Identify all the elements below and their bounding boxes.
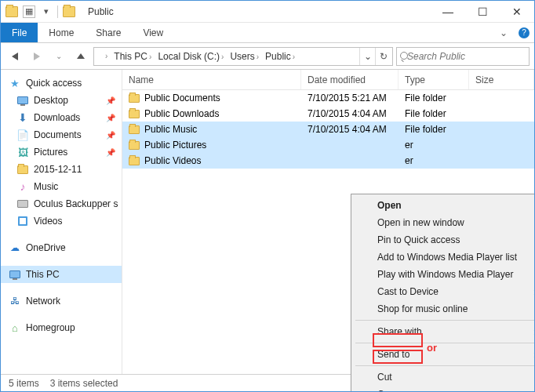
network-icon: 🖧 [9, 295, 21, 307]
file-row[interactable]: Public Music7/10/2015 4:04 AMFile folder [122, 122, 534, 137]
back-button[interactable] [5, 47, 24, 66]
menu-separator [355, 343, 535, 343]
menu-copy[interactable]: Copy [354, 386, 535, 392]
menu-play-wmp[interactable]: Play with Windows Media Player [354, 266, 535, 283]
menu-cast-to-device[interactable]: Cast to Device [354, 283, 535, 300]
menu-cut[interactable]: Cut [354, 368, 535, 386]
menu-send-to[interactable]: Send to [354, 346, 535, 363]
sidebar-label: Desktop [34, 95, 68, 106]
file-date: 7/10/2015 4:04 AM [301, 108, 399, 119]
title-bar: ▦ ▾ Public — ☐ ✕ [1, 1, 534, 23]
tab-share[interactable]: Share [85, 23, 132, 42]
breadcrumb[interactable]: › [102, 52, 111, 60]
file-name: Public Music [144, 124, 197, 135]
address-bar[interactable]: › This PC› Local Disk (C:)› Users› Publi… [93, 47, 393, 66]
sidebar-item-onedrive[interactable]: ☁OneDrive [1, 239, 122, 256]
file-name: Public Downloads [144, 108, 219, 119]
menu-separator [355, 320, 535, 321]
sidebar-label: 2015-12-11 [34, 164, 82, 175]
menu-shop-music[interactable]: Shop for music online [354, 300, 535, 318]
breadcrumb[interactable]: This PC› [111, 51, 155, 62]
help-button[interactable]: ? [514, 23, 534, 42]
qat-properties-icon[interactable]: ▦ [23, 5, 35, 18]
file-name: Public Videos [144, 155, 202, 166]
sidebar-label: Downloads [34, 112, 80, 123]
address-dropdown-icon[interactable]: ⌄ [359, 48, 375, 65]
column-type[interactable]: Type [399, 70, 469, 89]
homegroup-icon: ⌂ [9, 321, 21, 334]
context-menu: Open Open in new window Pin to Quick acc… [351, 194, 535, 392]
column-date[interactable]: Date modified [301, 70, 399, 89]
menu-share-with[interactable]: Share with [354, 323, 535, 340]
sidebar-item-drive[interactable]: Oculus Backupper s [1, 195, 122, 212]
up-button[interactable] [71, 47, 90, 66]
search-icon [400, 52, 404, 61]
file-tab[interactable]: File [1, 23, 38, 42]
navigation-pane: ★Quick access Desktop📌 ⬇Downloads📌 📄Docu… [1, 70, 122, 374]
menu-separator [355, 365, 535, 366]
file-type: er [399, 140, 469, 151]
column-headers: Name Date modified Type Size [122, 70, 534, 90]
folder-icon [63, 6, 75, 17]
file-row[interactable]: Public Documents7/10/2015 5:21 AMFile fo… [122, 90, 534, 106]
qat-newfolder-icon[interactable]: ▾ [40, 5, 53, 18]
sidebar-item-thispc[interactable]: This PC [1, 266, 122, 283]
refresh-button[interactable]: ↻ [375, 48, 391, 65]
minimize-button[interactable]: — [431, 1, 465, 23]
star-icon: ★ [9, 77, 21, 89]
sidebar-item-videos[interactable]: Videos [1, 212, 122, 230]
column-name[interactable]: Name [122, 70, 301, 89]
sidebar-item-desktop[interactable]: Desktop📌 [1, 92, 122, 109]
arrow-right-icon [34, 53, 40, 60]
sidebar-item-folder[interactable]: 2015-12-11 [1, 161, 122, 178]
sidebar-item-pictures[interactable]: 🖼Pictures📌 [1, 143, 122, 161]
menu-label: Open [377, 200, 402, 211]
sidebar-label: Pictures [34, 147, 67, 158]
file-row[interactable]: Public Videoser [122, 153, 534, 169]
file-type: File folder [399, 93, 469, 103]
sidebar-item-music[interactable]: ♪Music [1, 178, 122, 195]
thispc-icon [9, 268, 21, 281]
tab-view[interactable]: View [132, 23, 174, 42]
folder-icon [5, 6, 18, 17]
sidebar-item-network[interactable]: 🖧Network [1, 292, 122, 310]
forward-button[interactable] [27, 47, 46, 66]
breadcrumb[interactable]: Local Disk (C:)› [155, 51, 227, 62]
sidebar-item-quick-access[interactable]: ★Quick access [1, 74, 122, 92]
file-row[interactable]: Public Pictureser [122, 137, 534, 153]
sidebar-label: Videos [34, 216, 62, 227]
help-icon: ? [519, 27, 530, 38]
menu-open-new-window[interactable]: Open in new window [354, 214, 535, 231]
menu-add-wmp-list[interactable]: Add to Windows Media Player list [354, 249, 535, 266]
downloads-icon: ⬇ [16, 111, 29, 124]
sidebar-item-homegroup[interactable]: ⌂Homegroup [1, 319, 122, 336]
column-size[interactable]: Size [469, 70, 534, 89]
search-box[interactable] [396, 47, 530, 66]
status-selected-count: 3 items selected [50, 378, 118, 389]
file-type: er [399, 155, 469, 166]
breadcrumb[interactable]: Public› [262, 51, 298, 62]
folder-icon [129, 94, 140, 103]
sidebar-label: Documents [34, 129, 82, 140]
menu-pin-quick-access[interactable]: Pin to Quick access [354, 231, 535, 249]
breadcrumb-label: Public [265, 51, 291, 62]
sidebar-label: OneDrive [26, 242, 66, 253]
ribbon-expand-icon[interactable]: ⌄ [493, 23, 514, 42]
search-input[interactable] [407, 51, 526, 62]
sidebar-label: Music [34, 181, 58, 192]
file-row[interactable]: Public Downloads7/10/2015 4:04 AMFile fo… [122, 106, 534, 122]
menu-open[interactable]: Open [354, 197, 535, 214]
sidebar-item-downloads[interactable]: ⬇Downloads📌 [1, 109, 122, 126]
close-button[interactable]: ✕ [500, 1, 534, 23]
file-name: Public Pictures [144, 140, 206, 151]
pin-icon: 📌 [106, 96, 115, 105]
sidebar-item-documents[interactable]: 📄Documents📌 [1, 126, 122, 143]
tab-home[interactable]: Home [38, 23, 85, 42]
breadcrumb-label: Users [230, 51, 254, 62]
folder-icon [129, 141, 140, 150]
breadcrumb[interactable]: Users› [227, 51, 262, 62]
maximize-button[interactable]: ☐ [465, 1, 500, 23]
sidebar-label: This PC [26, 269, 60, 280]
status-item-count: 5 items [9, 378, 39, 389]
recent-locations-button[interactable]: ⌄ [49, 47, 68, 66]
